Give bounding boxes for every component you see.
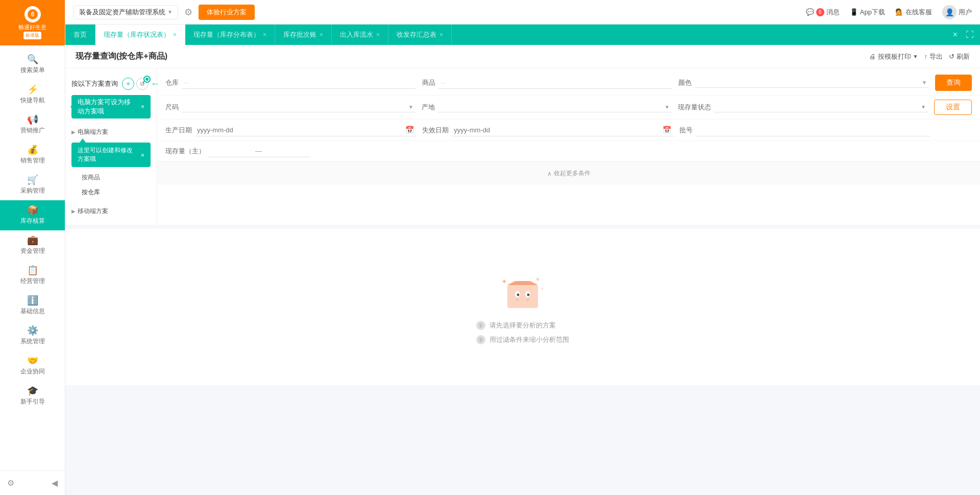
scheme-tooltip-close[interactable]: × bbox=[141, 103, 144, 110]
batch-input[interactable] bbox=[696, 124, 930, 136]
tab-home[interactable]: 首页 bbox=[65, 25, 95, 45]
sidebar-item-search-menu[interactable]: 🔍 搜索菜单 bbox=[0, 50, 65, 80]
tab-inventory-dist[interactable]: 现存量（库存分布表） × bbox=[185, 25, 275, 45]
scheme-group-mobile-label: 移动端方案 bbox=[78, 207, 151, 216]
batch-field[interactable] bbox=[698, 126, 928, 134]
user-avatar-icon: 👤 bbox=[945, 8, 954, 16]
add-scheme-btn[interactable]: ＋ bbox=[122, 78, 134, 90]
scheme-sub-item-1[interactable]: 按商品 bbox=[76, 170, 157, 185]
goods-placeholder: ··· bbox=[440, 79, 671, 86]
tab-collect-summary-close[interactable]: × bbox=[439, 31, 443, 38]
scheme-tooltip2: 这里可以创建和修改方案哦 × bbox=[71, 143, 151, 167]
export-label: 导出 bbox=[929, 52, 943, 61]
app-download-icon: 📱 bbox=[850, 8, 858, 16]
newbie-icon: 🎓 bbox=[27, 386, 38, 395]
expire-date-input[interactable]: 📅 bbox=[452, 124, 673, 136]
empty-hint-2-text: 用过滤条件来缩小分析范围 bbox=[489, 335, 569, 344]
content-inner: 按以下方案查询 ＋ ↺ ← bbox=[65, 68, 980, 225]
color-select[interactable]: ▼ bbox=[695, 78, 929, 88]
scheme-group-mobile[interactable]: ▶ 移动端方案 bbox=[65, 204, 157, 219]
scheme-tooltip-text: 电脑方案可设为移动方案哦 bbox=[78, 98, 137, 116]
collapse-btn[interactable]: ∧ 收起更多条件 bbox=[543, 165, 595, 182]
stock-status-select[interactable]: ▼ bbox=[714, 102, 928, 112]
sidebar-item-ops-mgmt-label: 经营管理 bbox=[20, 277, 45, 286]
sidebar-item-newbie-label: 新手引导 bbox=[20, 397, 45, 406]
sidebar-item-purchase-mgmt[interactable]: 🛒 采购管理 bbox=[0, 170, 65, 200]
size-select[interactable]: ▼ bbox=[182, 102, 415, 112]
scheme-sub-item-2[interactable]: 按仓库 bbox=[76, 185, 157, 200]
tab-inout-flow-close[interactable]: × bbox=[376, 31, 380, 38]
tab-expand-btn[interactable]: ⛶ bbox=[964, 28, 976, 41]
sidebar-settings-btn[interactable]: ⚙ bbox=[5, 476, 16, 490]
sidebar-item-sales-mgmt[interactable]: 💰 销售管理 bbox=[0, 140, 65, 170]
sidebar-item-inventory-calc-label: 库存核算 bbox=[20, 217, 45, 225]
system-title-select[interactable]: 装备及固定资产辅助管理系统 ▼ bbox=[74, 5, 178, 19]
refresh-btn[interactable]: ↺ 刷新 bbox=[949, 52, 970, 61]
form-field-expire-date: 失效日期 📅 bbox=[422, 124, 673, 136]
tab-close-all-btn[interactable]: × bbox=[951, 28, 960, 41]
print-btn[interactable]: 🖨 按模板打印 ▼ bbox=[869, 52, 918, 61]
sidebar-item-ops-mgmt[interactable]: 📋 经营管理 bbox=[0, 261, 65, 291]
inventory-calc-icon: 📦 bbox=[27, 205, 38, 215]
search-btn[interactable]: 查询 bbox=[935, 75, 972, 91]
expire-date-calendar-icon[interactable]: 📅 bbox=[663, 126, 671, 134]
sidebar-item-enterprise[interactable]: 🤝 企业协同 bbox=[0, 351, 65, 381]
print-chevron-icon: ▼ bbox=[913, 54, 918, 59]
scheme-tooltip2-area: 这里可以创建和修改方案哦 × bbox=[65, 139, 157, 170]
stock-main-input[interactable]: — bbox=[208, 145, 310, 157]
sidebar-collapse-btn[interactable]: ◀ bbox=[50, 476, 60, 490]
system-title-label: 装备及固定资产辅助管理系统 bbox=[79, 8, 165, 17]
form-row-2: 尺码 ▼ 产地 ▼ bbox=[157, 96, 980, 120]
scheme-tooltip2-close[interactable]: × bbox=[140, 151, 144, 159]
export-icon: ↑ bbox=[924, 53, 928, 60]
goods-input[interactable]: ··· bbox=[438, 77, 673, 89]
sidebar-item-sys-mgmt[interactable]: ⚙️ 系统管理 bbox=[0, 321, 65, 351]
refresh-scheme-btn[interactable]: ↺ bbox=[136, 78, 149, 90]
tab-inventory-status[interactable]: 现存量（库存状况表） × bbox=[95, 25, 185, 45]
industry-plan-btn[interactable]: 体验行业方案 bbox=[199, 5, 255, 20]
user-label: 用户 bbox=[959, 8, 972, 17]
tab-batch-account-close[interactable]: × bbox=[320, 31, 323, 38]
sidebar-item-purchase-mgmt-label: 采购管理 bbox=[20, 186, 45, 195]
scheme-group-pc[interactable]: ▶ 电脑端方案 bbox=[65, 125, 157, 139]
message-btn[interactable]: 💬 6 消息 bbox=[806, 8, 840, 17]
empty-state-area: ✦ ★ ✦ ① 请先选择要分析的方案 ② 用过滤条件来缩小分析范围 bbox=[65, 229, 980, 385]
scheme-sub-item-1-label: 按商品 bbox=[82, 173, 151, 182]
online-support-btn[interactable]: 💁 在线客服 bbox=[895, 8, 932, 17]
sidebar-item-quick-nav[interactable]: ⚡ 快捷导航 bbox=[0, 80, 65, 110]
stock-main-dash: — bbox=[255, 147, 262, 155]
form-field-produce-date: 生产日期 📅 bbox=[165, 124, 416, 136]
tab-inout-flow[interactable]: 出入库流水 × bbox=[332, 25, 388, 45]
arrow-left-btn[interactable]: ← bbox=[151, 79, 160, 88]
sidebar-item-finance-mgmt[interactable]: 💼 资金管理 bbox=[0, 230, 65, 261]
empty-text: ① 请先选择要分析的方案 ② 用过滤条件来缩小分析范围 bbox=[476, 321, 569, 344]
export-btn[interactable]: ↑ 导出 bbox=[924, 52, 943, 61]
tab-batch-account[interactable]: 库存批次账 × bbox=[275, 25, 332, 45]
origin-select[interactable]: ▼ bbox=[438, 102, 672, 112]
produce-date-field[interactable] bbox=[197, 126, 403, 134]
sidebar-item-sales-promo[interactable]: 📢 营销推广 bbox=[0, 110, 65, 140]
tab-inventory-status-close[interactable]: × bbox=[173, 31, 177, 38]
tooltip2-arrow bbox=[80, 138, 86, 143]
produce-date-calendar-icon[interactable]: 📅 bbox=[405, 126, 414, 134]
filter-by-label: 按以下方案查询 bbox=[71, 79, 118, 88]
user-btn[interactable]: 👤 用户 bbox=[942, 5, 972, 19]
app-download-btn[interactable]: 📱 App下载 bbox=[850, 8, 885, 17]
tab-inventory-dist-label: 现存量（库存分布表） bbox=[193, 30, 260, 39]
stock-main-from[interactable] bbox=[210, 147, 251, 155]
produce-date-input[interactable]: 📅 bbox=[195, 124, 416, 136]
warehouse-input[interactable]: ··· bbox=[182, 77, 416, 89]
expire-date-field[interactable] bbox=[454, 126, 660, 134]
tab-collect-summary[interactable]: 收发存汇总表 × bbox=[388, 25, 452, 45]
tab-inventory-dist-close[interactable]: × bbox=[263, 31, 266, 38]
sidebar-item-newbie[interactable]: 🎓 新手引导 bbox=[0, 381, 65, 411]
app-download-label: App下载 bbox=[860, 8, 885, 17]
guide-dot bbox=[144, 77, 150, 82]
sidebar-item-inventory-calc[interactable]: 📦 库存核算 bbox=[0, 200, 65, 230]
reset-btn[interactable]: 设置 bbox=[934, 100, 972, 115]
sidebar-item-basic-info[interactable]: ℹ️ 基础信息 bbox=[0, 291, 65, 321]
stock-main-to[interactable] bbox=[266, 147, 307, 155]
topbar-gear-btn[interactable]: ⚙ bbox=[184, 7, 192, 18]
scheme-pc-sub: 按商品 按仓库 bbox=[65, 170, 157, 200]
arrow-nav: ← bbox=[151, 79, 160, 88]
